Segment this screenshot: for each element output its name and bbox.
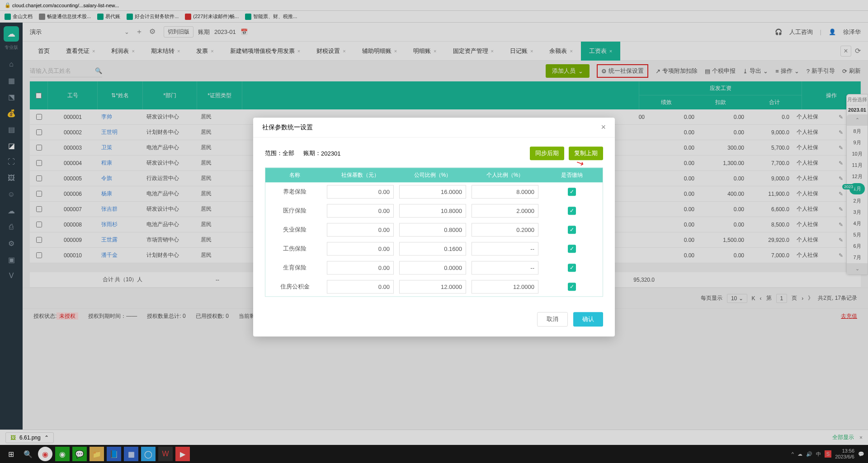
ph-name: 名称: [265, 168, 324, 182]
pay-checkbox[interactable]: ✓: [568, 283, 576, 291]
base-input[interactable]: [327, 223, 394, 236]
personal-ratio-input[interactable]: [472, 242, 538, 255]
close-icon[interactable]: ×: [601, 123, 606, 132]
pay-checkbox[interactable]: ✓: [568, 245, 576, 253]
pay-checkbox[interactable]: ✓: [568, 207, 576, 215]
corp-ratio-input[interactable]: [399, 223, 466, 236]
param-row: 生育保险 ✓: [265, 258, 603, 277]
corp-ratio-input[interactable]: [399, 185, 466, 198]
modal-title: 社保参数统一设置: [262, 123, 313, 132]
param-name: 医疗保险: [265, 207, 324, 215]
corp-ratio-input[interactable]: [399, 261, 466, 274]
param-name: 住房公积金: [265, 283, 324, 291]
modal-period-value: 202301: [321, 150, 340, 157]
ph-base: 社保基数（元）: [324, 168, 396, 182]
modal-period-label: 账期：: [303, 149, 321, 157]
base-input[interactable]: [327, 242, 394, 255]
param-row: 住房公积金 ✓: [265, 277, 603, 296]
base-input[interactable]: [327, 204, 394, 217]
param-row: 工伤保险 ✓: [265, 239, 603, 258]
corp-ratio-input[interactable]: [399, 204, 466, 217]
ph-pay: 是否缴纳: [541, 168, 603, 182]
pay-checkbox[interactable]: ✓: [568, 226, 576, 234]
copy-previous-button[interactable]: 复制上期 ↘: [569, 146, 603, 160]
scope-label: 范围：: [265, 149, 283, 157]
pay-checkbox[interactable]: ✓: [568, 264, 576, 272]
param-name: 失业保险: [265, 226, 324, 234]
param-name: 工伤保险: [265, 245, 324, 253]
base-input[interactable]: [327, 261, 394, 274]
personal-ratio-input[interactable]: [472, 185, 538, 198]
base-input[interactable]: [327, 185, 394, 198]
ph-corp: 公司比例（%）: [396, 168, 469, 182]
scope-value: 全部: [283, 149, 294, 157]
param-name: 生育保险: [265, 264, 324, 272]
personal-ratio-input[interactable]: [472, 223, 538, 236]
sync-later-button[interactable]: 同步后期: [530, 146, 564, 160]
pay-checkbox[interactable]: ✓: [568, 188, 576, 196]
confirm-button[interactable]: 确认: [573, 312, 603, 326]
param-row: 养老保险 ✓: [265, 182, 603, 201]
param-row: 失业保险 ✓: [265, 220, 603, 239]
corp-ratio-input[interactable]: [399, 280, 466, 293]
base-input[interactable]: [327, 280, 394, 293]
corp-ratio-input[interactable]: [399, 242, 466, 255]
cancel-button[interactable]: 取消: [537, 312, 568, 326]
personal-ratio-input[interactable]: [472, 280, 538, 293]
param-row: 医疗保险 ✓: [265, 201, 603, 220]
param-name: 养老保险: [265, 188, 324, 196]
ph-pers: 个人比例（%）: [469, 168, 541, 182]
param-table: 名称 社保基数（元） 公司比例（%） 个人比例（%） 是否缴纳 养老保险 ✓ 医…: [265, 167, 603, 297]
personal-ratio-input[interactable]: [472, 261, 538, 274]
personal-ratio-input[interactable]: [472, 204, 538, 217]
social-insurance-modal: 社保参数统一设置 × 范围： 全部 账期： 202301 同步后期 复制上期 ↘…: [253, 118, 615, 336]
